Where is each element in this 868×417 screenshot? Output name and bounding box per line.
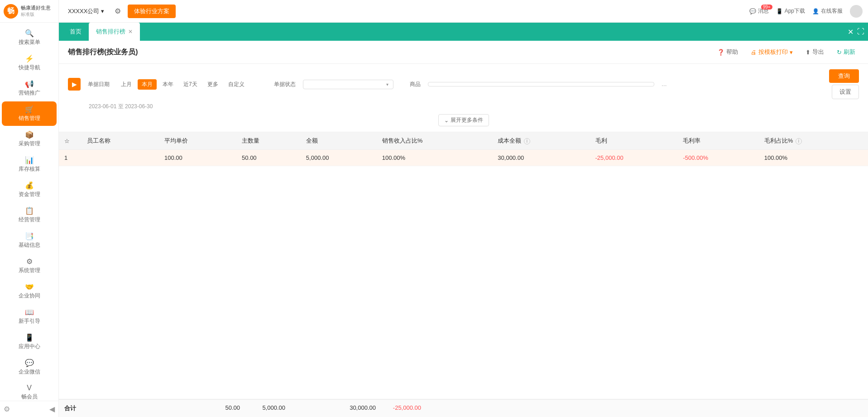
sidebar-item-12[interactable]: 📱应用中心 — [2, 330, 57, 354]
cell-cost-0: 30,000.00 — [492, 150, 590, 166]
message-button[interactable]: 💬 消息 99+ — [749, 7, 769, 15]
expand-more-button[interactable]: ⌄ 展开更多条件 — [438, 114, 489, 126]
refresh-button[interactable]: ↻ 刷新 — [833, 46, 859, 58]
sidebar-item-13[interactable]: 💬企业微信 — [2, 355, 57, 379]
sidebar-label-3: 销售管理 — [19, 115, 40, 122]
sidebar-item-9[interactable]: ⚙系统管理 — [2, 254, 57, 278]
content-area: 销售排行榜(按业务员) ❓ 帮助 🖨 按模板打印 ▾ ⬆ 导出 ↻ 刷新 — [59, 41, 868, 417]
collapse-icon[interactable]: ◀ — [49, 405, 55, 413]
logo-sub: 标准版 — [21, 11, 51, 18]
sidebar-icon-11: 📖 — [25, 308, 34, 316]
window-close-icon[interactable]: ✕ — [848, 28, 854, 36]
date-range-display: 2023-06-01 至 2023-06-30 — [89, 103, 153, 110]
tab-home[interactable]: 首页 — [62, 23, 89, 41]
footer-cells: 50.00 5,000.00 30,000.00 -25,000.00 — [155, 404, 427, 412]
date-btn-7days[interactable]: 近7天 — [179, 79, 201, 90]
sidebar-item-6[interactable]: 💰资金管理 — [2, 177, 57, 202]
sidebar-icon-14: V — [27, 384, 32, 392]
more-filters-button[interactable]: … — [662, 81, 667, 87]
topbar-gear-button[interactable]: ⚙ — [111, 5, 124, 18]
col-cost: 成本全额 i — [492, 132, 590, 150]
sidebar-item-5[interactable]: 📊库存核算 — [2, 152, 57, 177]
goods-filter-label: 商品 — [410, 81, 421, 88]
help-button[interactable]: ❓ 帮助 — [714, 46, 742, 58]
export-button[interactable]: ⬆ 导出 — [802, 46, 828, 58]
settings-bottom-icon[interactable]: ⚙ — [4, 405, 10, 413]
trial-button[interactable]: 体验行业方案 — [128, 5, 176, 18]
sidebar-label-9: 系统管理 — [19, 267, 40, 274]
cell-amount-0: 5,000.00 — [301, 150, 377, 166]
query-button[interactable]: 查询 — [829, 69, 859, 83]
filter-collapse-button[interactable]: ▶ — [68, 78, 81, 91]
sidebar-label-5: 库存核算 — [19, 165, 40, 173]
sidebar-label-10: 企业协同 — [19, 292, 40, 300]
date-filter-buttons: 上月 本月 本年 近7天 更多 自定义 — [117, 79, 249, 90]
col-main-qty: 主数量 — [236, 132, 301, 150]
status-filter-select[interactable]: ▾ — [303, 80, 393, 89]
cell-avg-price-0: 100.00 — [159, 150, 236, 166]
date-btn-this-year[interactable]: 本年 — [158, 79, 177, 90]
print-icon: 🖨 — [751, 49, 757, 56]
sidebar-item-3[interactable]: 🛒销售管理 — [2, 101, 57, 126]
tab-close-icon[interactable]: ✕ — [128, 29, 133, 35]
sidebar-label-12: 应用中心 — [19, 343, 40, 350]
goods-filter-input[interactable] — [428, 82, 654, 86]
page-actions: ❓ 帮助 🖨 按模板打印 ▾ ⬆ 导出 ↻ 刷新 — [714, 46, 859, 58]
tabbar-actions: ✕ ⛶ — [848, 28, 864, 36]
footer-sales-pct — [291, 404, 336, 412]
settings-button[interactable]: 设置 — [832, 85, 859, 99]
date-btn-custom[interactable]: 自定义 — [224, 79, 249, 90]
sidebar-item-2[interactable]: 📢营销推广 — [2, 76, 57, 101]
app-download-button[interactable]: 📱 App下载 — [776, 7, 805, 15]
tab-sales-ranking[interactable]: 销售排行榜 ✕ — [89, 23, 140, 41]
date-btn-more[interactable]: 更多 — [203, 79, 222, 90]
sidebar-item-10[interactable]: 🤝企业协同 — [2, 279, 57, 303]
status-chevron-icon: ▾ — [386, 82, 388, 87]
user-avatar[interactable] — [850, 5, 863, 18]
print-chevron-icon: ▾ — [790, 49, 793, 56]
col-name: 员工名称 — [82, 132, 159, 150]
cell-main-qty-0: 50.00 — [236, 150, 301, 166]
sidebar-label-6: 资金管理 — [19, 191, 40, 198]
sidebar-label-13: 企业微信 — [19, 368, 40, 376]
cell-sales-pct-0: 100.00% — [377, 150, 493, 166]
sidebar-item-0[interactable]: 🔍搜索菜单 — [2, 25, 57, 50]
date-btn-this-month[interactable]: 本月 — [138, 79, 157, 90]
sidebar-item-11[interactable]: 📖新手引导 — [2, 304, 57, 329]
sidebar-item-4[interactable]: 📦采购管理 — [2, 127, 57, 151]
sidebar-item-1[interactable]: ⚡快捷导航 — [2, 51, 57, 75]
gross-pct-info-icon[interactable]: i — [796, 138, 802, 144]
table-header: ☆ 员工名称 平均单价 主数量 全额 销售收入占比% 成本全额 i 毛利 毛利率… — [59, 132, 868, 150]
sidebar-label-7: 经营管理 — [19, 216, 40, 224]
topbar-left: XXXXX公司 ▾ ⚙ 体验行业方案 — [64, 5, 176, 18]
sidebar-item-8[interactable]: 📑基础信息 — [2, 228, 57, 253]
company-selector[interactable]: XXXXX公司 ▾ — [64, 5, 108, 17]
message-badge: 99+ — [761, 5, 772, 10]
status-filter-label: 单据状态 — [274, 81, 296, 88]
sidebar-icon-10: 🤝 — [25, 283, 34, 291]
window-expand-icon[interactable]: ⛶ — [857, 28, 864, 36]
sidebar-icon-3: 🛒 — [25, 105, 34, 114]
sidebar-label-0: 搜索菜单 — [19, 38, 40, 46]
col-gross: 毛利 — [590, 132, 678, 150]
sidebar-label-14: 畅会员 — [21, 393, 38, 401]
footer-main-qty: 50.00 — [200, 404, 245, 412]
sidebar-icon-1: ⚡ — [25, 54, 34, 63]
cell-rank-0: 1 — [59, 150, 82, 166]
page-title: 销售排行榜(按业务员) — [68, 48, 138, 57]
table-row: 1 100.00 50.00 5,000.00 100.00% 30,000.0… — [59, 150, 868, 166]
print-button[interactable]: 🖨 按模板打印 ▾ — [747, 46, 796, 58]
export-icon: ⬆ — [806, 49, 810, 56]
table-footer: 合计 50.00 5,000.00 30,000.00 -25,000.00 — [59, 399, 868, 417]
footer-cost: 30,000.00 — [336, 404, 381, 412]
online-service-button[interactable]: 👤 在线客服 — [812, 7, 843, 15]
logo-icon: 畅 — [4, 4, 18, 19]
cell-gross-rate-0: -500.00% — [677, 150, 758, 166]
cost-info-icon[interactable]: i — [524, 138, 530, 144]
sidebar-item-14[interactable]: V畅会员 — [2, 380, 57, 401]
sidebar-label-4: 采购管理 — [19, 140, 40, 148]
sidebar-item-7[interactable]: 📋经营管理 — [2, 203, 57, 227]
topbar-right: 💬 消息 99+ 📱 App下载 👤 在线客服 — [749, 5, 863, 18]
col-amount: 全额 — [301, 132, 377, 150]
date-btn-last-month[interactable]: 上月 — [117, 79, 136, 90]
